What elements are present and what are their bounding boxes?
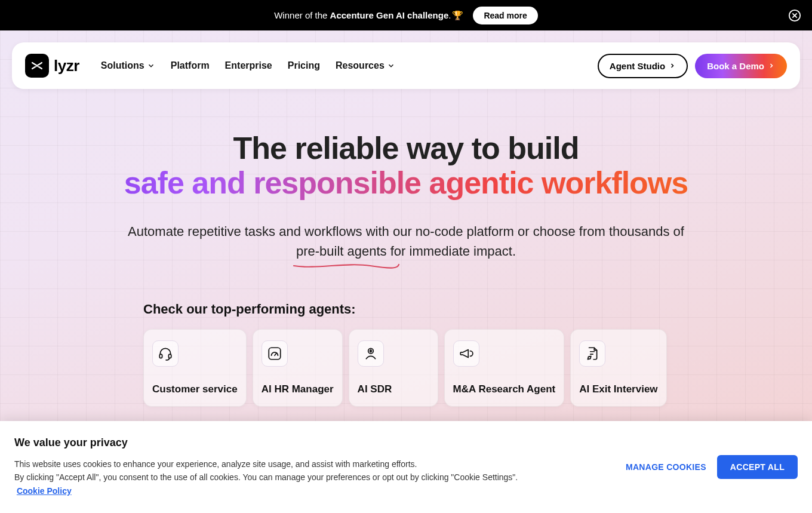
agent-label: Customer service <box>152 383 238 395</box>
banner-read-more-button[interactable]: Read more <box>473 7 537 24</box>
nav-link-platform[interactable]: Platform <box>171 60 210 71</box>
chevron-down-icon <box>387 62 395 70</box>
logo-text: lyzr <box>54 57 79 75</box>
logo[interactable]: lyzr <box>25 54 79 78</box>
nav-link-resources[interactable]: Resources <box>336 60 395 71</box>
agent-label: AI Exit Interview <box>579 383 657 395</box>
agent-card-exit-interview[interactable]: AI Exit Interview <box>570 329 666 407</box>
agent-card-hr-manager[interactable]: AI HR Manager <box>253 329 343 407</box>
svg-rect-1 <box>159 355 162 359</box>
agent-label: AI SDR <box>358 383 429 395</box>
agent-card-ma-research[interactable]: M&A Research Agent <box>444 329 565 407</box>
chevron-right-icon <box>768 62 775 69</box>
agent-card-sdr[interactable]: AI SDR <box>349 329 438 407</box>
accept-all-button[interactable]: ACCEPT ALL <box>717 455 798 479</box>
nav-link-solutions[interactable]: Solutions <box>101 60 155 71</box>
close-icon[interactable] <box>788 9 801 22</box>
book-demo-button[interactable]: Book a Demo <box>695 54 787 78</box>
agent-label: AI HR Manager <box>262 383 334 395</box>
agent-label: M&A Research Agent <box>453 383 556 395</box>
agents-title: Check our top-performing agents: <box>143 302 669 317</box>
megaphone-icon <box>453 340 479 367</box>
headline: The reliable way to build <box>0 131 812 165</box>
cookie-policy-link[interactable]: Cookie Policy <box>17 486 72 496</box>
cookie-banner: We value your privacy This website uses … <box>0 421 812 513</box>
nav-link-enterprise[interactable]: Enterprise <box>225 60 272 71</box>
chevron-right-icon <box>669 62 676 69</box>
document-edit-icon <box>579 340 605 367</box>
chevron-down-icon <box>147 62 155 70</box>
logo-mark-icon <box>25 54 49 78</box>
gauge-icon <box>262 340 288 367</box>
underline-squiggle-icon <box>293 262 400 271</box>
headset-icon <box>152 340 179 367</box>
nav-links: Solutions Platform Enterprise Pricing Re… <box>101 60 395 71</box>
agent-cards: Customer service AI HR Manager AI SDR <box>143 329 669 407</box>
svg-rect-2 <box>168 355 171 359</box>
trophy-icon: 🏆 <box>452 10 463 20</box>
manage-cookies-button[interactable]: MANAGE COOKIES <box>626 462 706 472</box>
agent-studio-button[interactable]: Agent Studio <box>598 54 688 78</box>
cookie-title: We value your privacy <box>14 437 602 449</box>
main-nav: lyzr Solutions Platform Enterprise Prici… <box>12 42 800 89</box>
svg-rect-3 <box>269 348 281 360</box>
announcement-banner: Winner of the Accenture Gen AI challenge… <box>0 0 812 30</box>
banner-text: Winner of the Accenture Gen AI challenge… <box>274 10 466 21</box>
nav-link-pricing[interactable]: Pricing <box>288 60 320 71</box>
hand-dollar-icon <box>358 340 384 367</box>
hero-description: Automate repetitive tasks and workflows … <box>107 222 705 261</box>
subheadline: safe and responsible agentic workflows <box>0 165 812 200</box>
cookie-body: This website uses cookies to enhance you… <box>14 457 528 497</box>
agent-card-customer-service[interactable]: Customer service <box>143 329 247 407</box>
